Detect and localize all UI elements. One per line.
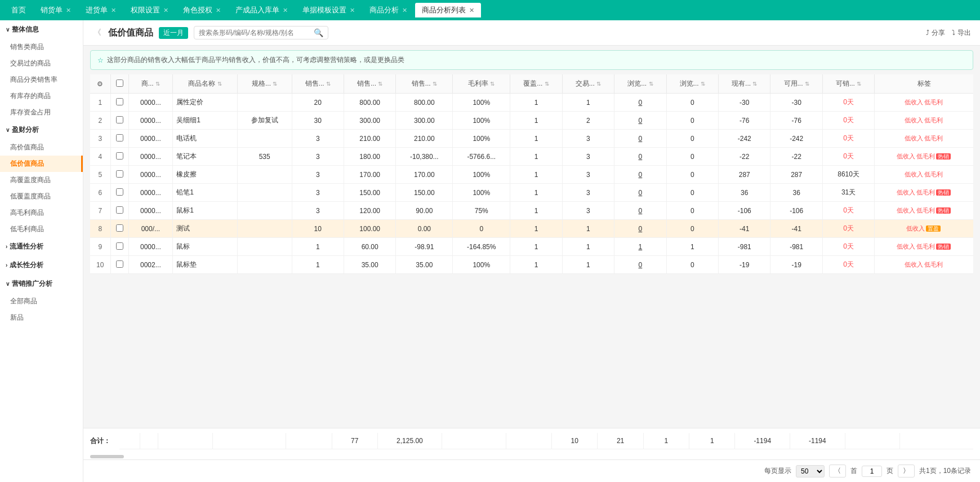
spec-col-header[interactable]: 规格... ⇅ [237,74,292,94]
nav-close-permission[interactable]: ✕ [163,7,168,14]
export-button[interactable]: ⤵ 导出 [952,28,971,38]
sidebar-group-liquidity[interactable]: › 流通性分析 [0,237,83,256]
nav-close-template[interactable]: ✕ [350,7,355,14]
nav-purchase-order[interactable]: 进货单 ✕ [79,3,123,17]
sidebar-group-overview[interactable]: ∨ 整体信息 [0,20,83,39]
browse1-link[interactable]: 0 [639,225,643,233]
sidebar-item-high-coverage[interactable]: 高覆盖度商品 [0,172,83,188]
row-select-checkbox[interactable] [116,116,123,123]
browse1-link[interactable]: 0 [639,171,643,179]
row-select-checkbox[interactable] [116,260,123,268]
nav-home[interactable]: 首页 [5,3,33,17]
row-browse1[interactable]: 0 [614,256,666,274]
transaction-col-header[interactable]: 交易... ⇅ [562,74,614,94]
sidebar-group-marketing[interactable]: ∨ 营销推广分析 [0,275,83,293]
row-name[interactable]: 笔记本 [173,148,238,166]
row-checkbox[interactable] [110,238,128,256]
row-select-checkbox[interactable] [116,206,123,214]
sidebar-item-stocked-products[interactable]: 有库存的商品 [0,88,83,104]
nav-product-analysis-list[interactable]: 商品分析列表 ✕ [415,3,481,17]
nav-close-sales-order[interactable]: ✕ [66,7,71,14]
row-name[interactable]: 鼠标 [173,238,238,256]
browse1-link[interactable]: 0 [639,153,643,161]
sidebar-item-low-value[interactable]: 低价值商品 [0,156,83,172]
row-browse1[interactable]: 0 [614,148,666,166]
browse2-col-header[interactable]: 浏览... ⇅ [666,74,718,94]
row-browse1[interactable]: 0 [614,94,666,112]
nav-close-purchase-order[interactable]: ✕ [111,7,116,14]
browse1-link[interactable]: 0 [639,117,643,125]
nav-sales-order[interactable]: 销货单 ✕ [34,3,78,17]
sidebar-item-low-margin[interactable]: 低毛利商品 [0,221,83,237]
browse1-link[interactable]: 0 [639,135,643,143]
row-select-checkbox[interactable] [116,98,123,105]
sales-qty-col-header[interactable]: 销售... ⇅ [292,74,344,94]
row-checkbox[interactable] [110,256,128,274]
select-all-checkbox[interactable] [116,79,123,87]
page-number-input[interactable] [862,466,882,477]
nav-role-auth[interactable]: 角色授权 ✕ [176,3,228,17]
browse1-col-header[interactable]: 浏览... ⇅ [614,74,666,94]
collapse-sidebar-button[interactable]: 《 [92,26,103,39]
sidebar-item-high-margin[interactable]: 高毛利商品 [0,205,83,221]
sidebar-item-high-value[interactable]: 高价值商品 [0,139,83,156]
browse1-link[interactable]: 1 [639,243,643,251]
browse1-link[interactable]: 0 [639,189,643,197]
row-browse1[interactable]: 0 [614,184,666,202]
settings-icon[interactable]: ⚙ [97,80,103,88]
row-select-checkbox[interactable] [116,188,123,196]
row-browse1[interactable]: 0 [614,220,666,238]
nav-close-product-inbound[interactable]: ✕ [283,7,288,14]
row-name[interactable]: 吴细细1 [173,112,238,130]
row-checkbox[interactable] [110,184,128,202]
row-checkbox[interactable] [110,94,128,112]
nav-product-inbound[interactable]: 产成品入库单 ✕ [229,3,295,17]
nav-permission-settings[interactable]: 权限设置 ✕ [124,3,175,17]
browse1-link[interactable]: 0 [639,207,643,215]
sidebar-group-profit-analysis[interactable]: ∨ 盈财分析 [0,121,83,139]
row-name[interactable]: 鼠标1 [173,202,238,220]
sidebar-item-low-coverage[interactable]: 低覆盖度商品 [0,188,83,205]
row-browse1[interactable]: 0 [614,166,666,184]
sidebar-item-traded-products[interactable]: 交易过的商品 [0,55,83,72]
row-browse1[interactable]: 0 [614,202,666,220]
name-col-header[interactable]: 商品名称 ⇅ [173,74,238,94]
row-name[interactable]: 橡皮擦 [173,166,238,184]
gross-margin-col-header[interactable]: 毛利率 ⇅ [453,74,510,94]
row-name[interactable]: 测试 [173,220,238,238]
share-button[interactable]: ⤴ 分享 [926,28,945,38]
sidebar-item-inventory-capital[interactable]: 库存资金占用 [0,104,83,121]
row-checkbox[interactable] [110,130,128,148]
nav-product-analysis[interactable]: 商品分析 ✕ [363,3,414,17]
row-browse1[interactable]: 1 [614,238,666,256]
saleable-col-header[interactable]: 可销... ⇅ [822,74,874,94]
browse1-link[interactable]: 0 [639,99,643,107]
sidebar-item-all-products[interactable]: 全部商品 [0,293,83,309]
nav-close-product-analysis-list[interactable]: ✕ [469,7,474,14]
sidebar-item-new-products[interactable]: 新品 [0,309,83,326]
filter-tag-button[interactable]: 近一月 [159,27,188,39]
sales-avg-col-header[interactable]: 销售... ⇅ [396,74,453,94]
row-name[interactable]: 鼠标垫 [173,256,238,274]
row-select-checkbox[interactable] [116,134,123,141]
row-checkbox[interactable] [110,166,128,184]
sidebar-group-growth[interactable]: › 成长性分析 [0,256,83,275]
row-select-checkbox[interactable] [116,224,123,232]
row-select-checkbox[interactable] [116,242,123,250]
row-checkbox[interactable] [110,220,128,238]
code-col-header[interactable]: 商... ⇅ [128,74,173,94]
row-select-checkbox[interactable] [116,152,123,160]
coverage-col-header[interactable]: 覆盖... ⇅ [510,74,562,94]
available-col-header[interactable]: 可用... ⇅ [770,74,822,94]
row-name[interactable]: 铅笔1 [173,184,238,202]
nav-template-settings[interactable]: 单据模板设置 ✕ [296,3,362,17]
checkbox-col-header[interactable] [110,74,128,94]
settings-col-header[interactable]: ⚙ [90,74,110,94]
current-col-header[interactable]: 现有... ⇅ [719,74,770,94]
nav-close-role-auth[interactable]: ✕ [216,7,221,14]
sidebar-item-sales-products[interactable]: 销售类商品 [0,39,83,55]
row-browse1[interactable]: 0 [614,112,666,130]
row-checkbox[interactable] [110,112,128,130]
search-input[interactable] [199,29,311,37]
sales-amount-col-header[interactable]: 销售... ⇅ [344,74,395,94]
